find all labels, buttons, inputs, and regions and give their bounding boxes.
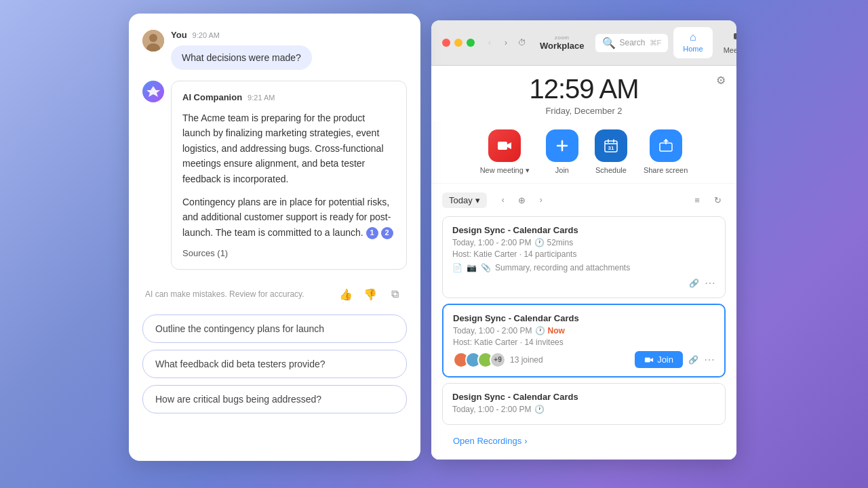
share-screen-button[interactable]: Share screen [644,129,688,175]
suggestions: Outline the contingency plans for launch… [142,314,407,413]
copy-button[interactable]: ⧉ [385,285,404,304]
ai-content: AI Companion 9:21 AM The Acme team is pr… [171,81,407,270]
user-message-row: You 9:20 AM What decisions were made? [142,30,407,70]
meeting-time-2: Today, 1:00 - 2:00 PM 🕐 Now [453,326,715,336]
schedule-button[interactable]: 31 Schedule [595,129,627,175]
thumbs-up-button[interactable]: 👍 [336,285,355,304]
cal-next-button[interactable]: › [533,192,549,208]
share-screen-label: Share screen [644,166,688,174]
zoom-clock: 12:59 AM [442,74,726,104]
share-screen-icon [650,129,682,162]
zoom-date: Friday, December 2 [442,106,726,116]
ai-text: The Acme team is preparing for the produ… [182,110,395,240]
meeting-host-2: Host: Katie Carter · 14 invitees [453,338,715,347]
chevron-right-icon: › [524,436,527,446]
meeting-card-footer-2: +9 13 joined Join 🔗 ⋯ [453,351,715,368]
user-bubble: What decisions were made? [171,45,312,70]
today-badge[interactable]: Today ▾ [442,192,487,208]
back-button[interactable]: ‹ [483,36,496,49]
open-recordings[interactable]: Open Recordings › [442,430,726,451]
feedback-text: AI can make mistakes. Review for accurac… [145,289,328,299]
ai-avatar [142,81,164,102]
svg-rect-14 [645,357,650,362]
participant-avatars: +9 [453,352,506,368]
zoom-tabs: ⌂ Home Meetings ✉ Mail [673,27,736,58]
tab-meetings-label: Meetings [724,46,736,54]
meeting-time-1: Today, 1:00 - 2:00 PM 🕐 52mins [452,238,715,247]
meeting-title-2: Design Sync - Calendar Cards [453,313,715,323]
cal-filter-icon[interactable]: ≡ [689,192,705,208]
clip-icon: 📎 [481,263,491,272]
ref-badge-2[interactable]: 2 [381,227,393,239]
more-options-2[interactable]: ⋯ [704,353,715,366]
svg-point-1 [149,34,157,42]
suggestion-chip-3[interactable]: How are critical bugs being addressed? [142,385,407,413]
now-badge: Now [548,326,565,336]
link-icon-2[interactable]: 🔗 [688,355,698,365]
thumbs-down-button[interactable]: 👎 [361,285,380,304]
schedule-icon: 31 [595,129,627,162]
svg-rect-5 [498,142,507,150]
tab-meetings[interactable]: Meetings [714,27,736,58]
cal-prev-button[interactable]: ‹ [495,192,511,208]
ai-timestamp: 9:21 AM [248,94,275,102]
camera-icon: 📷 [467,263,477,272]
minimize-button[interactable] [454,39,462,47]
meeting-card-2: Design Sync - Calendar Cards Today, 1:00… [442,304,726,378]
zoom-titlebar: ‹ › ⏱ zoom Workplace 🔍 Search ⌘F ⌂ Home [431,20,736,66]
close-button[interactable] [442,39,450,47]
clock-icon-1: 🕐 [534,238,545,247]
schedule-label: Schedule [595,166,627,174]
meeting-host-1: Host: Katie Carter · 14 participants [452,249,715,259]
sources-row: Sources (1) [182,248,395,258]
new-meeting-button[interactable]: New meeting ▾ [480,129,530,175]
zoom-panel: ‹ › ⏱ zoom Workplace 🔍 Search ⌘F ⌂ Home [431,20,736,460]
search-shortcut: ⌘F [650,39,662,47]
calendar-header: Today ▾ ‹ ⊕ › ≡ ↻ [442,192,726,208]
meetings-icon [733,31,736,45]
new-meeting-icon [488,129,521,162]
zoom-nav-arrows: ‹ › ⏱ [483,36,529,49]
user-timestamp: 9:20 AM [193,31,220,39]
user-meta: You 9:20 AM [171,30,312,40]
cal-nav: ‹ ⊕ › [495,192,549,208]
zoom-brand: zoom Workplace [540,35,585,51]
ai-panel: You 9:20 AM What decisions were made? [129,14,420,461]
feedback-icons: 👍 👎 ⧉ [336,285,404,304]
suggestion-chip-2[interactable]: What feedback did beta testers provide? [142,350,407,378]
ai-response-row: AI Companion 9:21 AM The Acme team is pr… [142,81,407,270]
zoom-calendar: Today ▾ ‹ ⊕ › ≡ ↻ Design Sync - Cal [431,184,736,460]
join-meeting-button[interactable]: Join [635,351,683,368]
suggestion-chip-1[interactable]: Outline the contingency plans for launch [142,314,407,343]
sources-expand[interactable]: Sources (1) [182,248,228,258]
maximize-button[interactable] [467,39,475,47]
more-options-1[interactable]: ⋯ [705,277,715,289]
link-icon-1[interactable]: 🔗 [689,279,699,288]
cal-actions: ≡ ↻ [689,192,726,208]
zoom-action-buttons: New meeting ▾ Join [431,121,736,183]
today-label: Today [449,195,473,205]
ai-meta: AI Companion 9:21 AM [182,92,395,102]
tab-home[interactable]: ⌂ Home [673,27,712,58]
home-icon: ⌂ [690,31,696,43]
tab-home-label: Home [683,45,703,53]
joined-text: 13 joined [510,355,543,365]
search-placeholder: Search [620,38,646,47]
settings-icon[interactable]: ⚙ [716,74,726,87]
join-button[interactable]: Join [546,129,578,175]
cal-refresh-icon[interactable]: ↻ [709,192,726,208]
meeting-attachments-1: 📄 📷 📎 Summary, recording and attachments [452,263,715,272]
ai-name: AI Companion [182,92,242,102]
meeting-time-3: Today, 1:00 - 2:00 PM 🕐 [452,405,715,414]
zoom-content: ⚙ 12:59 AM Friday, December 2 New meetin… [431,66,736,460]
clock-icon-2: 🕐 [535,326,545,336]
zoom-search[interactable]: 🔍 Search ⌘F [595,34,669,52]
zoom-workplace-label: Workplace [540,41,585,51]
svg-rect-4 [734,33,736,39]
recent-button[interactable]: ⏱ [515,36,529,49]
meeting-card-footer-1: 🔗 ⋯ [452,277,715,289]
cal-add-icon[interactable]: ⊕ [514,192,530,208]
ref-badge-1[interactable]: 1 [366,227,378,239]
svg-text:31: 31 [608,145,614,151]
forward-button[interactable]: › [499,36,513,49]
